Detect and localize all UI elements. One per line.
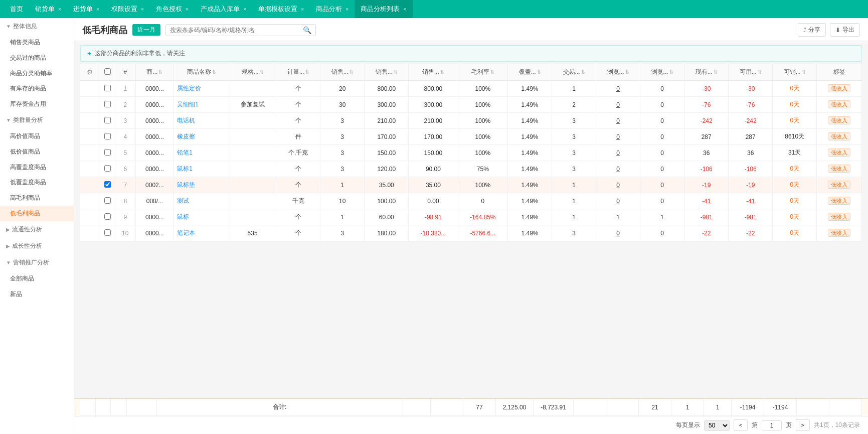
share-button[interactable]: ⤴ 分享: [798, 23, 826, 37]
sidebar-item-high-coverage[interactable]: 高覆盖度商品: [0, 160, 74, 175]
sidebar-item-sales-products[interactable]: 销售类商品: [0, 35, 74, 50]
sidebar-group-growth[interactable]: ▶ 成长性分析: [0, 238, 74, 254]
nav-product-entry-close[interactable]: ×: [243, 6, 246, 12]
nav-sales[interactable]: 销货单 ×: [29, 0, 67, 18]
period-button[interactable]: 近一月: [132, 24, 160, 36]
view1-link[interactable]: 0: [616, 166, 620, 173]
nav-permission-close[interactable]: ×: [141, 6, 144, 12]
col-sales-price[interactable]: 销售...⇅: [365, 64, 409, 81]
cell-name[interactable]: 鼠标1: [174, 161, 229, 177]
search-input[interactable]: [170, 27, 303, 34]
col-trade[interactable]: 交易...⇅: [552, 64, 596, 81]
nav-purchase-close[interactable]: ×: [96, 6, 99, 12]
cell-checkbox[interactable]: [100, 97, 115, 113]
row-checkbox[interactable]: [104, 165, 111, 172]
sidebar-group-cluster[interactable]: ▼ 类群量分析: [0, 112, 74, 128]
cell-name[interactable]: 鼠标垫: [174, 177, 229, 193]
view1-link[interactable]: 0: [616, 117, 620, 124]
row-checkbox[interactable]: [104, 149, 111, 156]
nav-home[interactable]: 首页: [4, 0, 29, 18]
sidebar-group-overall[interactable]: ▼ 整体信息: [0, 18, 74, 35]
row-checkbox[interactable]: [104, 181, 111, 188]
nav-role[interactable]: 角色授权 ×: [150, 0, 195, 18]
nav-product-analysis-close[interactable]: ×: [345, 6, 349, 12]
col-code[interactable]: 商...⇅: [135, 64, 174, 81]
col-unit[interactable]: 计量...⇅: [276, 64, 320, 81]
cell-checkbox[interactable]: [100, 129, 115, 145]
col-view2[interactable]: 浏览...⇅: [640, 64, 684, 81]
col-tag[interactable]: 标签: [817, 64, 862, 81]
view1-link[interactable]: 0: [616, 150, 620, 157]
col-available[interactable]: 可用...⇅: [729, 64, 773, 81]
view1-link[interactable]: 0: [616, 182, 620, 189]
col-view1[interactable]: 浏览...⇅: [596, 64, 640, 81]
sidebar-item-low-margin[interactable]: 低毛利商品: [0, 206, 74, 221]
cell-name[interactable]: 笔记本: [174, 225, 229, 241]
settings-icon[interactable]: ⚙: [87, 68, 93, 76]
row-checkbox[interactable]: [104, 197, 111, 204]
export-button[interactable]: ⬇ 导出: [830, 23, 860, 37]
cell-checkbox[interactable]: [100, 81, 115, 97]
row-checkbox[interactable]: [104, 213, 111, 220]
cell-name[interactable]: 吴细细1: [174, 97, 229, 113]
sidebar-item-all-products[interactable]: 全部商品: [0, 271, 74, 286]
search-icon[interactable]: 🔍: [303, 26, 311, 34]
cell-checkbox[interactable]: [100, 161, 115, 177]
col-gross-rate[interactable]: 毛利率⇅: [458, 64, 507, 81]
nav-template-close[interactable]: ×: [301, 6, 304, 12]
row-checkbox[interactable]: [104, 117, 111, 123]
nav-template[interactable]: 单据模板设置 ×: [252, 0, 310, 18]
cell-view1[interactable]: 0: [596, 81, 640, 97]
cell-checkbox[interactable]: [100, 113, 115, 129]
sidebar-item-in-stock[interactable]: 有库存的商品: [0, 81, 74, 96]
cell-name[interactable]: 铅笔1: [174, 145, 229, 161]
col-current[interactable]: 现有...⇅: [684, 64, 729, 81]
sidebar-group-marketing[interactable]: ▼ 营销推广分析: [0, 254, 74, 271]
cell-checkbox[interactable]: [100, 177, 115, 193]
next-page-button[interactable]: ＞: [796, 419, 810, 431]
table-wrapper[interactable]: ⚙ # 商...⇅ 商品名称⇅ 规格...⇅ 计量...⇅ 销售...⇅ 销售.…: [80, 64, 862, 398]
row-checkbox[interactable]: [104, 101, 111, 107]
nav-product-entry[interactable]: 产成品入库单 ×: [195, 0, 252, 18]
cell-name[interactable]: 测试: [174, 193, 229, 209]
sidebar-item-new-products[interactable]: 新品: [0, 286, 74, 302]
cell-checkbox[interactable]: [100, 193, 115, 209]
sidebar-item-low-value[interactable]: 低价值商品: [0, 144, 74, 160]
col-sales-amount[interactable]: 销售...⇅: [409, 64, 458, 81]
select-all-checkbox[interactable]: [104, 68, 111, 75]
cell-name[interactable]: 鼠标: [174, 209, 229, 225]
row-checkbox[interactable]: [104, 85, 111, 91]
col-spec[interactable]: 规格...⇅: [229, 64, 276, 81]
nav-product-analysis[interactable]: 商品分析 ×: [310, 0, 355, 18]
view1-link[interactable]: 1: [616, 214, 620, 221]
cell-view1[interactable]: 0: [596, 97, 640, 113]
nav-product-analysis-list-close[interactable]: ×: [403, 6, 406, 12]
cell-view1[interactable]: 0: [596, 225, 640, 241]
col-sellable[interactable]: 可销...⇅: [773, 64, 817, 81]
col-cover-rate[interactable]: 覆盖...⇅: [508, 64, 552, 81]
cell-view1[interactable]: 1: [596, 209, 640, 225]
row-checkbox[interactable]: [104, 133, 111, 139]
cell-view1[interactable]: 0: [596, 193, 640, 209]
view1-link[interactable]: 0: [616, 85, 620, 92]
cell-checkbox[interactable]: [100, 209, 115, 225]
prev-page-button[interactable]: ＜: [734, 419, 748, 431]
cell-view1[interactable]: 0: [596, 177, 640, 193]
sidebar-item-low-coverage[interactable]: 低覆盖度商品: [0, 175, 74, 190]
nav-purchase[interactable]: 进货单 ×: [67, 0, 105, 18]
cell-checkbox[interactable]: [100, 225, 115, 241]
cell-view1[interactable]: 0: [596, 129, 640, 145]
cell-name[interactable]: 属性定价: [174, 81, 229, 97]
sidebar-item-high-margin[interactable]: 高毛利商品: [0, 190, 74, 206]
cell-name[interactable]: 橡皮擦: [174, 129, 229, 145]
nav-product-analysis-list[interactable]: 商品分析列表 ×: [355, 0, 412, 18]
nav-role-close[interactable]: ×: [186, 6, 189, 12]
nav-sales-close[interactable]: ×: [58, 6, 61, 12]
sidebar-item-high-value[interactable]: 高价值商品: [0, 128, 74, 144]
cell-view1[interactable]: 0: [596, 113, 640, 129]
sidebar-item-traded-products[interactable]: 交易过的商品: [0, 50, 74, 66]
per-page-select[interactable]: 50 100 200: [704, 420, 730, 431]
page-input[interactable]: [762, 420, 782, 430]
nav-permission[interactable]: 权限设置 ×: [105, 0, 150, 18]
col-settings[interactable]: ⚙: [80, 64, 100, 81]
